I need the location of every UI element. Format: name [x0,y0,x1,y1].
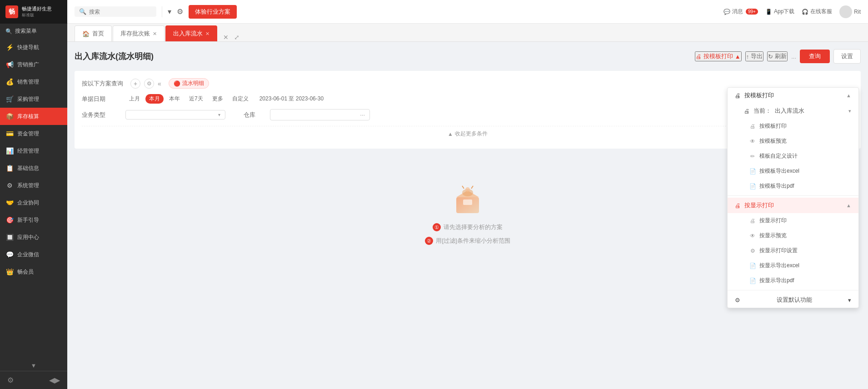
dropdown-template-title: 按模板打印 [744,91,774,100]
date-7days[interactable]: 近7天 [185,94,207,104]
date-last-month[interactable]: 上月 [125,94,144,104]
dropdown-divider-1 [728,195,858,196]
tab-batch-account[interactable]: 库存批次账 ✕ [113,25,165,41]
sidebar-item-label: 快捷导航 [17,44,39,51]
date-more[interactable]: 更多 [209,94,227,104]
sidebar-item-finance[interactable]: 💳 资金管理 [0,125,67,142]
sidebar-search-menu[interactable]: 🔍 搜索菜单 [0,24,67,39]
dropdown-template-header[interactable]: 🖨 按模板打印 ▲ [728,88,858,103]
topbar-message[interactable]: 💬 消息 99+ [723,8,758,15]
dropdown-display-print-item[interactable]: 🖨 按显示打印 [728,213,858,228]
sidebar-scroll-down[interactable]: ▼ [0,360,67,371]
date-input-range[interactable]: 2023-06-01 至 2023-06-30 [259,95,324,103]
template-export-excel-label: 按模板导出excel [759,167,799,175]
dropdown-display-export-excel-item[interactable]: 📄 按显示导出excel [728,258,858,273]
sidebar-item-purchase[interactable]: 🛒 采购管理 [0,90,67,108]
sidebar-item-inventory[interactable]: 📦 库存核算 [0,108,67,125]
sidebar-item-quick-nav[interactable]: ⚡ 快捷导航 [0,39,67,56]
tab-inout-flow-close[interactable]: ✕ [205,31,210,37]
display-print-icon: 🖨 [749,218,756,224]
dropdown-display-export-pdf-item[interactable]: 📄 按显示导出pdf [728,273,858,288]
dropdown-settings-default[interactable]: ⚙ 设置默认功能 ▾ [728,292,858,308]
members-icon: 👑 [5,268,14,276]
template-custom-label: 模板自定义设计 [759,152,798,160]
tab-home[interactable]: 🏠 首页 [75,25,112,41]
topbar-user[interactable]: Rit [839,5,861,18]
sidebar: 畅 畅捷通好生意 标准版 🔍 搜索菜单 ⚡ 快捷导航 📢 营销推广 💰 销售管理… [0,0,67,389]
warehouse-more-btn[interactable]: ··· [360,111,365,118]
empty-illustration [449,181,486,218]
query-btn[interactable]: 查询 [800,50,830,63]
sidebar-item-sales[interactable]: 💰 销售管理 [0,73,67,90]
display-preview-icon: 👁 [749,233,756,239]
condition-icon: 🔴 [174,80,180,87]
collapse-icon: ▲ [448,131,453,137]
topbar-gear-icon[interactable]: ⚙ [177,7,183,16]
export-btn[interactable]: ↑ 导出 [745,51,764,61]
header-right-buttons: 🖨 按模板打印 ▲ ↑ 导出 ↻ 刷新 ... 查询 设置 [695,49,861,64]
tabbar: 🏠 首页 库存批次账 ✕ 出入库流水 ✕ ✕ ⤢ [67,24,868,42]
dropdown-display-print-settings-item[interactable]: ⚙ 按显示打印设置 [728,243,858,258]
close-icon[interactable]: ✕ [222,33,230,41]
date-custom[interactable]: 自定义 [229,94,252,104]
current-icon: 🖨 [744,108,750,115]
settings-icon[interactable]: ⚙ [7,376,14,384]
date-current-month[interactable]: 本月 [145,94,164,104]
filter-add-btn[interactable]: + [130,79,140,89]
tab-batch-account-close[interactable]: ✕ [153,31,157,37]
dropdown-template-print-item[interactable]: 🖨 按模板打印 [728,119,858,134]
preview-sub-icon: 👁 [749,138,756,145]
tab-inout-flow[interactable]: 出入库流水 ✕ [165,25,217,41]
type-select[interactable]: ▾ [125,110,225,120]
refresh-btn[interactable]: ↻ 刷新 [767,51,788,61]
template-print-btn[interactable]: 🖨 按模板打印 ▲ [695,51,742,61]
date-label: 单据日期 [82,95,118,103]
filter-settings-btn[interactable]: ⚙ [144,79,154,89]
sidebar-item-guide[interactable]: 🎯 新手引导 [0,211,67,229]
collapse-sidebar-icon[interactable]: ◀▶ [49,376,60,384]
sidebar-item-corp-wechat[interactable]: 💬 企业微信 [0,246,67,263]
settings-default-label: 设置默认功能 [777,296,812,304]
business-icon: 📊 [5,147,14,155]
sidebar-item-marketing[interactable]: 📢 营销推广 [0,56,67,73]
sidebar-item-label: 库存核算 [17,113,39,120]
print-icon: 🖨 [696,53,702,60]
warehouse-select[interactable]: ··· [270,109,370,120]
sidebar-item-cooperation[interactable]: 🤝 企业协同 [0,194,67,211]
topbar-online-service[interactable]: 🎧 在线客服 [802,8,832,15]
query-label: 按以下方案查询 [82,80,123,88]
dropdown-display-preview-item[interactable]: 👁 按显示预览 [728,228,858,243]
dropdown-current-indicator[interactable]: 🖨 当前： 出入库流水 ▾ [728,103,858,119]
filter-collapse-btn[interactable]: « [158,80,161,87]
pdf-sub-icon: 📄 [749,183,756,190]
sidebar-item-label: 新手引导 [17,216,39,224]
dropdown-template-export-excel-item[interactable]: 📄 按模板导出excel [728,164,858,179]
home-icon: 🏠 [82,30,90,37]
sidebar-item-members[interactable]: 👑 畅会员 [0,263,67,280]
topbar-chevron-icon[interactable]: ▾ [168,7,171,16]
settings-btn[interactable]: 设置 [833,49,861,64]
refresh-icon: ↻ [768,53,773,60]
sidebar-item-business[interactable]: 📊 经营管理 [0,142,67,160]
display-export-pdf-label: 按显示导出pdf [759,277,794,284]
dropdown-template-export-pdf-item[interactable]: 📄 按模板导出pdf [728,179,858,194]
topbar-search-input[interactable] [89,9,148,15]
more-actions-btn[interactable]: ... [791,53,796,60]
sidebar-item-base[interactable]: 📋 基础信息 [0,160,67,177]
display-export-excel-label: 按显示导出excel [759,262,799,269]
sidebar-item-app-center[interactable]: 🔲 应用中心 [0,229,67,246]
dropdown-printer-icon: 🖨 [735,92,741,99]
dropdown-display-header[interactable]: 🖨 按显示打印 ▲ [728,198,858,213]
industry-btn[interactable]: 体验行业方案 [189,5,237,19]
sidebar-item-label: 系统管理 [17,182,39,190]
message-badge: 99+ [746,9,758,15]
display-print-settings-icon: ⚙ [749,248,756,254]
dropdown-template-custom-item[interactable]: ✏ 模板自定义设计 [728,149,858,164]
dropdown-template-preview-item[interactable]: 👁 按模板预览 [728,134,858,149]
sidebar-item-system[interactable]: ⚙ 系统管理 [0,177,67,194]
date-current-year[interactable]: 本年 [165,94,184,104]
topbar-app-download[interactable]: 📱 App下载 [765,8,794,15]
expand-icon[interactable]: ⤢ [233,33,241,41]
topbar-search[interactable]: 🔍 [75,6,156,17]
current-label: 当前： [753,107,771,115]
